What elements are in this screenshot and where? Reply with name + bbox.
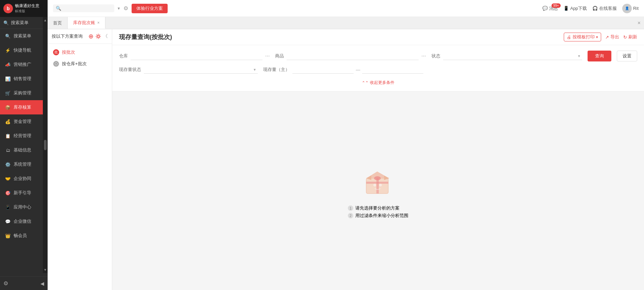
sidebar-item-finance[interactable]: 💰资金管理 bbox=[0, 114, 48, 129]
filter-row-2: 现存量状态 ▾ 现存量（主） — bbox=[119, 66, 637, 74]
scroll-down-icon[interactable]: ▼ bbox=[44, 268, 47, 272]
topbar-dropdown-icon[interactable]: ▾ bbox=[118, 6, 120, 11]
collapse-row[interactable]: ⌃⌃ 收起更多条件 bbox=[119, 78, 637, 86]
nav-label-wechat: 企业微信 bbox=[14, 218, 31, 224]
tip-num-2: 2 bbox=[348, 213, 353, 218]
sidebar-item-wechat[interactable]: 💬企业微信 bbox=[0, 214, 48, 229]
topbar-gear-icon[interactable]: ⚙ bbox=[123, 5, 128, 12]
panel-close-button[interactable]: × bbox=[638, 20, 641, 26]
topbar-search-input[interactable] bbox=[63, 6, 103, 11]
export-button[interactable]: ↗ 导出 bbox=[605, 34, 619, 40]
scroll-thumb[interactable] bbox=[44, 140, 47, 150]
warehouse-more-icon[interactable]: ··· bbox=[265, 53, 270, 59]
sidebar-item-search[interactable]: 🔍搜索菜单 bbox=[0, 29, 48, 43]
tip-item-1: 1 请先选择要分析的方案 bbox=[348, 205, 408, 211]
settings-button[interactable]: 设置 bbox=[617, 51, 637, 61]
collapse-panel-button[interactable]: 《 bbox=[103, 33, 108, 39]
nav-label-marketing: 营销推广 bbox=[14, 61, 31, 68]
left-panel: 按以下方案查询 ⊕ 《 批 按批次 bbox=[48, 29, 112, 290]
stock-qty-filter-group: 现存量（主） — bbox=[263, 66, 423, 74]
print-button[interactable]: 🖨 按模板打印 ▾ bbox=[564, 33, 601, 41]
stock-status-dropdown-icon: ▾ bbox=[254, 67, 256, 72]
message-action[interactable]: 💬 消息 99+ bbox=[542, 5, 558, 12]
sidebar-item-apps[interactable]: 📱应用中心 bbox=[0, 200, 48, 214]
warehouse-batch-icon bbox=[53, 61, 59, 67]
topbar-actions: 💬 消息 99+ 📱 App下载 🎧 在线客服 👤 Rit bbox=[542, 4, 639, 13]
sidebar-item-purchase[interactable]: 🛒采购管理 bbox=[0, 86, 48, 100]
status-dropdown-icon: ▾ bbox=[578, 54, 580, 58]
product-input[interactable] bbox=[287, 52, 419, 60]
refresh-label: 刷新 bbox=[628, 34, 637, 40]
tip-item-2: 2 用过滤条件来缩小分析范围 bbox=[348, 213, 408, 219]
nav-icon-member: 👑 bbox=[5, 233, 11, 239]
tab-home[interactable]: 首页 bbox=[48, 17, 68, 29]
settings-icon[interactable]: ⚙ bbox=[3, 280, 8, 287]
sidebar-item-operations[interactable]: 📋经营管理 bbox=[0, 129, 48, 143]
warehouse-filter-group: 仓库 ··· bbox=[119, 52, 270, 60]
app-download-action[interactable]: 📱 App下载 bbox=[563, 5, 587, 12]
status-select[interactable]: ▾ bbox=[443, 52, 582, 60]
nav-icon-apps: 📱 bbox=[5, 204, 11, 210]
panel-item-batch-label: 按批次 bbox=[62, 49, 75, 55]
svg-point-10 bbox=[374, 176, 381, 180]
refresh-button[interactable]: ↻ 刷新 bbox=[623, 34, 637, 40]
query-button[interactable]: 查询 bbox=[588, 51, 611, 61]
stock-status-filter-group: 现存量状态 ▾ bbox=[119, 66, 258, 74]
trial-button[interactable]: 体验行业方案 bbox=[132, 4, 168, 13]
tip-text-1: 请先选择要分析的方案 bbox=[355, 205, 400, 211]
settings-scheme-button[interactable] bbox=[96, 34, 101, 39]
page-title: 现存量查询(按批次) bbox=[119, 33, 172, 41]
chevron-up-icon: ⌃⌃ bbox=[362, 80, 369, 85]
sidebar-item-enterprise[interactable]: 🤝企业协同 bbox=[0, 171, 48, 186]
avatar: 👤 bbox=[622, 4, 632, 13]
sidebar-item-inventory[interactable]: 📦库存核算 bbox=[0, 100, 48, 114]
stock-status-label: 现存量状态 bbox=[119, 67, 141, 73]
app-version: 标准版 bbox=[15, 9, 39, 14]
status-filter-group: 状态 ▾ bbox=[431, 52, 582, 60]
topbar: 🔍 ▾ ⚙ 体验行业方案 💬 消息 99+ 📱 App下载 🎧 在线客服 � bbox=[48, 0, 644, 17]
tab-inventory-batch[interactable]: 库存批次账 × bbox=[68, 17, 105, 29]
sidebar-item-marketing[interactable]: 📣营销推广 bbox=[0, 57, 48, 72]
nav-icon-marketing: 📣 bbox=[5, 61, 11, 68]
filter-area: 仓库 ··· 商品 ··· 状态 ▾ bbox=[112, 45, 644, 91]
sidebar-scrollbar[interactable]: ▲ ▼ bbox=[43, 17, 48, 273]
panel-item-batch[interactable]: 批 按批次 bbox=[48, 47, 112, 58]
search-icon: 🔍 bbox=[3, 20, 9, 25]
refresh-icon: ↻ bbox=[623, 35, 627, 40]
topbar-search-box: 🔍 bbox=[53, 4, 114, 12]
tab-inventory-batch-label: 库存批次账 bbox=[73, 20, 95, 26]
add-scheme-button[interactable]: ⊕ bbox=[88, 33, 94, 40]
sidebar-item-member[interactable]: 👑畅会员 bbox=[0, 229, 48, 243]
empty-tips: 1 请先选择要分析的方案 2 用过滤条件来缩小分析范围 bbox=[348, 205, 408, 220]
stock-qty-from-input[interactable] bbox=[292, 66, 354, 74]
sidebar-item-guide[interactable]: 🎯新手引导 bbox=[0, 186, 48, 200]
user-menu[interactable]: 👤 Rit bbox=[622, 4, 639, 13]
stock-status-select[interactable]: ▾ bbox=[144, 66, 258, 74]
status-label: 状态 bbox=[431, 53, 440, 59]
scroll-up-icon[interactable]: ▲ bbox=[44, 18, 47, 22]
nav-icon-wechat: 💬 bbox=[5, 218, 11, 224]
sidebar-item-quick[interactable]: ⚡快捷导航 bbox=[0, 43, 48, 57]
empty-state: 1 请先选择要分析的方案 2 用过滤条件来缩小分析范围 bbox=[112, 91, 644, 290]
sidebar-search[interactable]: 🔍 搜索菜单 bbox=[0, 17, 48, 29]
sidebar-item-system[interactable]: ⚙️系统管理 bbox=[0, 157, 48, 171]
sidebar-nav: 🔍搜索菜单⚡快捷导航📣营销推广📊销售管理🛒采购管理📦库存核算💰资金管理📋经营管理… bbox=[0, 29, 48, 276]
svg-point-12 bbox=[379, 184, 382, 186]
customer-service-label: 在线客服 bbox=[599, 5, 617, 12]
tab-close-icon[interactable]: × bbox=[97, 20, 100, 25]
nav-label-inventory: 库存核算 bbox=[14, 104, 31, 110]
print-dropdown-icon[interactable]: ▾ bbox=[596, 35, 598, 39]
empty-illustration bbox=[359, 161, 397, 200]
product-more-icon[interactable]: ··· bbox=[421, 53, 426, 59]
sidebar-item-sales[interactable]: 📊销售管理 bbox=[0, 72, 48, 86]
stock-qty-range: — bbox=[292, 66, 423, 74]
tip-text-2: 用过滤条件来缩小分析范围 bbox=[355, 213, 408, 219]
left-panel-header: 按以下方案查询 ⊕ 《 bbox=[48, 29, 112, 44]
panel-item-warehouse-batch[interactable]: 按仓库+批次 bbox=[48, 58, 112, 70]
collapse-icon[interactable]: ◀ bbox=[40, 281, 44, 286]
warehouse-input[interactable] bbox=[131, 52, 262, 60]
panel-items: 批 按批次 按仓库+批次 bbox=[48, 44, 112, 72]
stock-qty-to-input[interactable] bbox=[362, 66, 423, 74]
sidebar-item-basic[interactable]: 🗂基础信息 bbox=[0, 143, 48, 157]
customer-service-action[interactable]: 🎧 在线客服 bbox=[592, 5, 617, 12]
